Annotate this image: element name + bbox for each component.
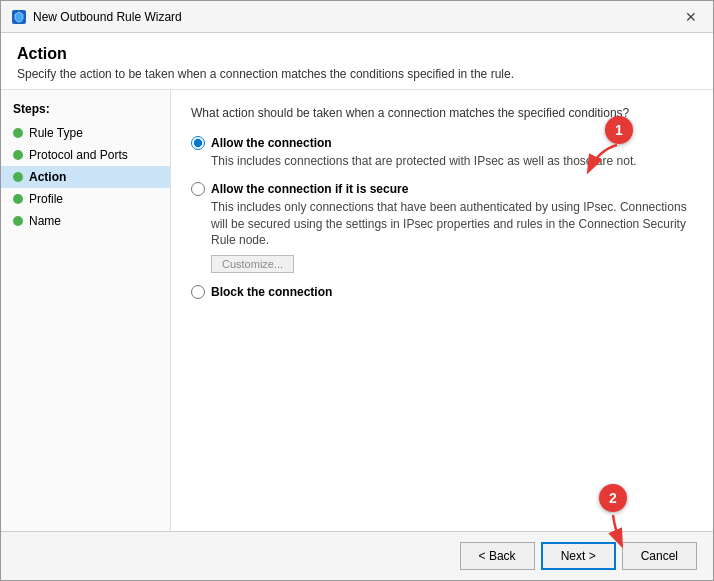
sidebar-item-protocol[interactable]: Protocol and Ports (1, 144, 170, 166)
allow-secure-label[interactable]: Allow the connection if it is secure (211, 182, 408, 196)
step-dot (13, 128, 23, 138)
header-section: Action Specify the action to be taken wh… (1, 33, 713, 90)
header-subtitle: Specify the action to be taken when a co… (17, 67, 697, 81)
question-text: What action should be taken when a conne… (191, 106, 693, 120)
customize-button[interactable]: Customize... (211, 255, 294, 273)
allow-secure-desc: This includes only connections that have… (211, 199, 693, 249)
sidebar-item-action[interactable]: Action (1, 166, 170, 188)
title-bar: New Outbound Rule Wizard ✕ (1, 1, 713, 33)
allow-desc: This includes connections that are prote… (211, 153, 693, 170)
sidebar: Steps: Rule Type Protocol and Ports Acti… (1, 90, 171, 531)
next-button[interactable]: Next > (541, 542, 616, 570)
close-button[interactable]: ✕ (679, 5, 703, 29)
option-allow-secure-row: Allow the connection if it is secure (191, 182, 693, 196)
page-title: Action (17, 45, 697, 63)
option-allow-secure: Allow the connection if it is secure Thi… (191, 182, 693, 273)
footer: 2 < Back Next > Cancel (1, 531, 713, 580)
option-block: Block the connection (191, 285, 693, 299)
allow-secure-radio[interactable] (191, 182, 205, 196)
option-allow-row: Allow the connection (191, 136, 693, 150)
content-area: Steps: Rule Type Protocol and Ports Acti… (1, 90, 713, 531)
step-dot (13, 194, 23, 204)
sidebar-label: Name (29, 214, 61, 228)
allow-radio[interactable] (191, 136, 205, 150)
back-button[interactable]: < Back (460, 542, 535, 570)
cancel-button[interactable]: Cancel (622, 542, 697, 570)
steps-label: Steps: (1, 102, 170, 122)
title-bar-left: New Outbound Rule Wizard (11, 9, 182, 25)
sidebar-label: Rule Type (29, 126, 83, 140)
step-dot (13, 216, 23, 226)
sidebar-label: Action (29, 170, 66, 184)
block-radio[interactable] (191, 285, 205, 299)
block-label[interactable]: Block the connection (211, 285, 332, 299)
option-block-row: Block the connection (191, 285, 693, 299)
wizard-window: New Outbound Rule Wizard ✕ Action Specif… (0, 0, 714, 581)
step-dot (13, 172, 23, 182)
option-allow: Allow the connection This includes conne… (191, 136, 693, 170)
step-dot (13, 150, 23, 160)
wizard-icon (11, 9, 27, 25)
sidebar-item-name[interactable]: Name (1, 210, 170, 232)
sidebar-item-rule-type[interactable]: Rule Type (1, 122, 170, 144)
sidebar-label: Protocol and Ports (29, 148, 128, 162)
sidebar-item-profile[interactable]: Profile (1, 188, 170, 210)
allow-label[interactable]: Allow the connection (211, 136, 332, 150)
title-bar-title: New Outbound Rule Wizard (33, 10, 182, 24)
sidebar-label: Profile (29, 192, 63, 206)
main-content: What action should be taken when a conne… (171, 90, 713, 531)
